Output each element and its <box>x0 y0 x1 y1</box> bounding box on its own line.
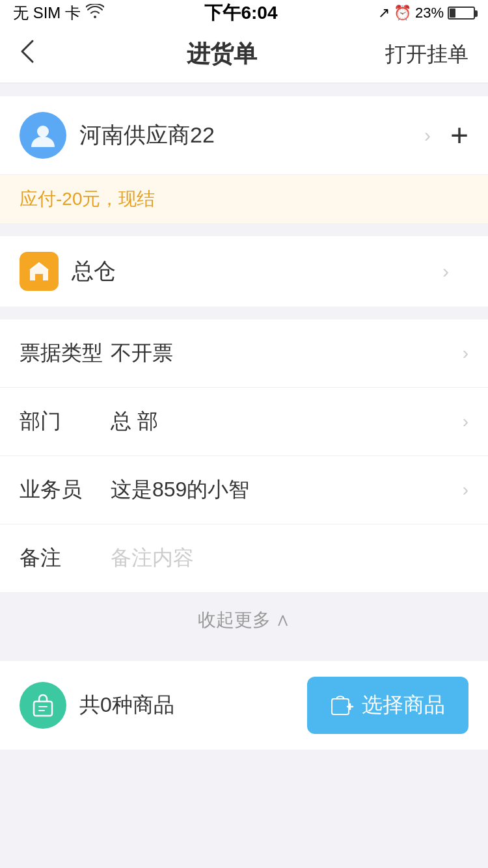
salesperson-row[interactable]: 业务员 这是859的小智 › <box>0 456 488 524</box>
warehouse-name: 总仓 <box>72 256 442 286</box>
status-left: 无 SIM 卡 <box>13 3 104 23</box>
svg-point-0 <box>37 126 49 137</box>
notice-text: 应付-20元，现结 <box>20 189 155 209</box>
wifi-icon <box>86 4 104 22</box>
carrier-text: 无 SIM 卡 <box>13 3 81 23</box>
product-count-icon <box>20 682 66 729</box>
status-time: 下午6:04 <box>204 1 277 25</box>
svg-rect-3 <box>332 699 349 714</box>
section-divider-1 <box>0 83 488 96</box>
salesperson-value: 这是859的小智 <box>111 476 463 504</box>
remark-row[interactable]: 备注 备注内容 <box>0 524 488 592</box>
location-icon: ↗ <box>378 5 390 21</box>
nav-bar: 进货单 打开挂单 <box>0 26 488 83</box>
department-value: 总 部 <box>111 407 463 436</box>
remark-label: 备注 <box>20 544 111 573</box>
status-bar: 无 SIM 卡 下午6:04 ↗ ⏰ 23% <box>0 0 488 26</box>
battery-icon <box>448 7 475 20</box>
bottom-bar: 共0种商品 选择商品 <box>0 661 488 750</box>
supplier-chevron-icon: › <box>424 124 431 146</box>
department-row[interactable]: 部门 总 部 › <box>0 388 488 456</box>
invoice-type-label: 票据类型 <box>20 339 111 368</box>
department-label: 部门 <box>20 407 111 436</box>
back-button[interactable] <box>20 38 59 70</box>
notice-bar: 应付-20元，现结 <box>0 175 488 223</box>
warehouse-chevron-icon: › <box>442 260 449 282</box>
warehouse-row[interactable]: 总仓 › <box>0 236 488 306</box>
invoice-type-value: 不开票 <box>111 339 463 368</box>
open-pending-button[interactable]: 打开挂单 <box>385 40 468 69</box>
supplier-avatar <box>20 112 66 159</box>
warehouse-card: 总仓 › <box>0 236 488 306</box>
invoice-type-chevron-icon: › <box>463 343 468 364</box>
page-background <box>0 750 488 868</box>
salesperson-label: 业务员 <box>20 476 111 504</box>
battery-text: 23% <box>415 5 444 21</box>
supplier-card: 河南供应商22 › + 应付-20元，现结 <box>0 96 488 223</box>
supplier-row[interactable]: 河南供应商22 › + <box>0 96 488 175</box>
collapse-toggle[interactable]: 收起更多 ∧ <box>0 592 488 648</box>
salesperson-chevron-icon: › <box>463 480 468 500</box>
invoice-type-row[interactable]: 票据类型 不开票 › <box>0 319 488 388</box>
form-section: 票据类型 不开票 › 部门 总 部 › 业务员 这是859的小智 › 备注 备注… <box>0 319 488 592</box>
select-product-label: 选择商品 <box>362 691 445 720</box>
page-title: 进货单 <box>187 38 257 70</box>
status-right: ↗ ⏰ 23% <box>378 5 475 21</box>
svg-rect-1 <box>35 274 43 280</box>
warehouse-icon <box>20 252 59 291</box>
department-chevron-icon: › <box>463 411 468 432</box>
svg-rect-2 <box>34 701 52 716</box>
product-count-text: 共0种商品 <box>79 691 307 720</box>
select-product-button[interactable]: 选择商品 <box>307 677 468 734</box>
remark-input[interactable]: 备注内容 <box>111 544 468 573</box>
add-supplier-button[interactable]: + <box>450 120 468 151</box>
alarm-icon: ⏰ <box>394 5 411 21</box>
supplier-name: 河南供应商22 <box>79 120 424 150</box>
section-divider-2 <box>0 223 488 236</box>
